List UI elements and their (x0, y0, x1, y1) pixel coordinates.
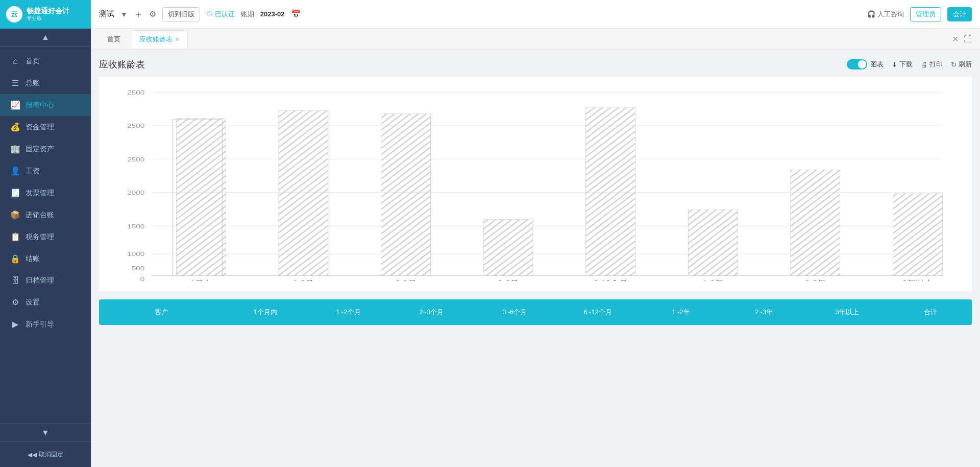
wages-icon: 👤 (10, 166, 20, 176)
svg-text:500: 500 (132, 265, 144, 272)
th-total: 合计 (889, 299, 972, 325)
download-label: 下载 (899, 60, 913, 69)
fund-icon: 💰 (10, 122, 20, 132)
svg-text:3年以上: 3年以上 (902, 279, 933, 281)
toggle-knob (858, 60, 866, 68)
chart-container: 2500 2500 2500 2000 1500 1000 500 0 (99, 77, 972, 291)
chart-toggle[interactable] (847, 59, 867, 69)
sidebar-item-wages[interactable]: 👤 工资 (0, 160, 91, 182)
svg-rect-19 (381, 114, 431, 276)
th-customer: 客户 (99, 299, 224, 325)
archive-icon: 🗄 (10, 276, 20, 285)
scroll-up-button[interactable]: ▲ (39, 31, 52, 44)
cancel-fix-button[interactable]: ◀◀ 取消固定 (5, 447, 86, 462)
refresh-button[interactable]: ↻ 刷新 (951, 60, 972, 69)
tab-bar-right: ✕ ⛶ (952, 34, 972, 44)
cancel-fix-label: 取消固定 (39, 450, 63, 459)
svg-text:1000: 1000 (127, 251, 144, 258)
project-title: 测试 (99, 9, 114, 19)
logo-sub: 专业版 (27, 15, 69, 22)
svg-rect-21 (586, 107, 635, 275)
sidebar-item-invoice[interactable]: 🧾 发票管理 (0, 182, 91, 204)
tab-home[interactable]: 首页 (99, 31, 129, 48)
add-button[interactable]: ＋ (134, 8, 143, 20)
th-1-2year: 1~2年 (640, 299, 723, 325)
chart-toggle-wrapper: 图表 (847, 59, 884, 69)
svg-text:2500: 2500 (127, 89, 144, 96)
home-icon: ⌂ (10, 57, 20, 66)
consult-button[interactable]: 🎧 人工咨询 (867, 10, 904, 19)
download-icon: ⬇ (892, 61, 897, 68)
sidebar-label-tax: 税务管理 (26, 232, 54, 242)
sidebar-label-ledger: 总账 (26, 79, 40, 88)
sidebar-label-invoice: 发票管理 (26, 189, 54, 198)
svg-text:2500: 2500 (127, 123, 144, 129)
manager-button[interactable]: 管理员 (910, 7, 941, 21)
svg-rect-17 (176, 118, 226, 275)
sidebar-item-reports[interactable]: 📈 报表中心 (0, 94, 91, 116)
th-6-12month: 6~12个月 (556, 299, 640, 325)
close-account-icon: 🔒 (10, 254, 20, 264)
tab-expand-icon[interactable]: ⛶ (964, 35, 972, 44)
svg-text:0: 0 (140, 276, 144, 281)
sidebar-label-guide: 新手引导 (26, 320, 54, 329)
sidebar-item-close[interactable]: 🔒 结账 (0, 248, 91, 270)
svg-rect-24 (893, 194, 943, 275)
tab-active-label: 应收账龄表 (139, 35, 173, 44)
sidebar-item-guide[interactable]: ▶ 新手引导 (0, 313, 91, 335)
print-button[interactable]: 🖨 打印 (921, 60, 943, 69)
page-actions: 图表 ⬇ 下载 🖨 打印 ↻ 刷新 (847, 59, 972, 69)
switch-old-button[interactable]: 切到旧版 (162, 7, 200, 21)
sidebar-label-wages: 工资 (26, 167, 40, 176)
ledger-icon: ☰ (10, 78, 20, 88)
content-area: 应收账龄表 图表 ⬇ 下载 🖨 打印 ↻ 刷新 (91, 50, 980, 467)
sidebar-label-home: 首页 (26, 57, 40, 66)
sidebar-item-purchase[interactable]: 📦 进销台账 (0, 204, 91, 226)
th-1month: 1个月内 (224, 299, 307, 325)
logo-text: 畅捷通好会计 (27, 7, 69, 15)
consult-label: 人工咨询 (877, 10, 904, 19)
th-3-6month: 3~6个月 (473, 299, 556, 325)
tab-close-button[interactable]: × (176, 36, 179, 43)
svg-text:6-12个月: 6-12个月 (594, 279, 628, 281)
th-2-3month: 2~3个月 (390, 299, 473, 325)
svg-rect-22 (688, 210, 738, 276)
sidebar-label-archive: 归档管理 (26, 276, 54, 285)
sidebar-item-home[interactable]: ⌂ 首页 (0, 51, 91, 72)
svg-rect-23 (791, 170, 840, 276)
refresh-icon: ↻ (951, 61, 957, 68)
certified-label: 已认证 (215, 10, 235, 19)
tab-close-icon[interactable]: ✕ (952, 34, 959, 44)
download-button[interactable]: ⬇ 下载 (892, 60, 913, 69)
sidebar-item-fund[interactable]: 💰 资金管理 (0, 116, 91, 138)
page-title: 应收账龄表 (99, 58, 145, 71)
tab-receivable-aging[interactable]: 应收账龄表 × (131, 30, 188, 48)
settings-button[interactable]: ⚙ (149, 9, 156, 19)
scroll-down-button[interactable]: ▼ (39, 426, 52, 439)
sidebar-item-ledger[interactable]: ☰ 总账 (0, 72, 91, 94)
assets-icon: 🏢 (10, 144, 20, 154)
calendar-icon[interactable]: 📅 (291, 9, 301, 19)
headset-icon: 🎧 (867, 10, 875, 18)
sidebar-item-settings[interactable]: ⚙ 设置 (0, 291, 91, 313)
reports-icon: 📈 (10, 100, 20, 110)
svg-text:2-3月: 2-3月 (396, 279, 416, 281)
chart-inner: 2500 2500 2500 2000 1500 1000 500 0 (109, 87, 957, 281)
refresh-label: 刷新 (959, 60, 972, 69)
invoice-icon: 🧾 (10, 188, 20, 198)
app-logo: 云 畅捷通好会计 专业版 (0, 0, 91, 29)
cancel-fix-icon: ◀◀ (28, 451, 37, 458)
period-value: 2023-02 (260, 10, 285, 18)
svg-text:3-6月: 3-6月 (498, 279, 519, 281)
settings-icon: ⚙ (10, 297, 20, 307)
sidebar-item-archive[interactable]: 🗄 归档管理 (0, 270, 91, 291)
topbar-right: 🎧 人工咨询 管理员 会计 (867, 7, 972, 21)
sidebar-item-tax[interactable]: 📋 税务管理 (0, 226, 91, 248)
main-area: 测试 ▼ ＋ ⚙ 切到旧版 🛡 已认证 账期 2023-02 📅 🎧 人工咨询 … (91, 0, 980, 467)
sidebar-item-assets[interactable]: 🏢 固定资产 (0, 138, 91, 160)
project-dropdown-button[interactable]: ▼ (120, 10, 128, 18)
accountant-button[interactable]: 会计 (947, 7, 972, 21)
period-label: 账期 (241, 10, 254, 19)
shield-icon: 🛡 (206, 10, 213, 18)
svg-rect-18 (279, 110, 328, 275)
